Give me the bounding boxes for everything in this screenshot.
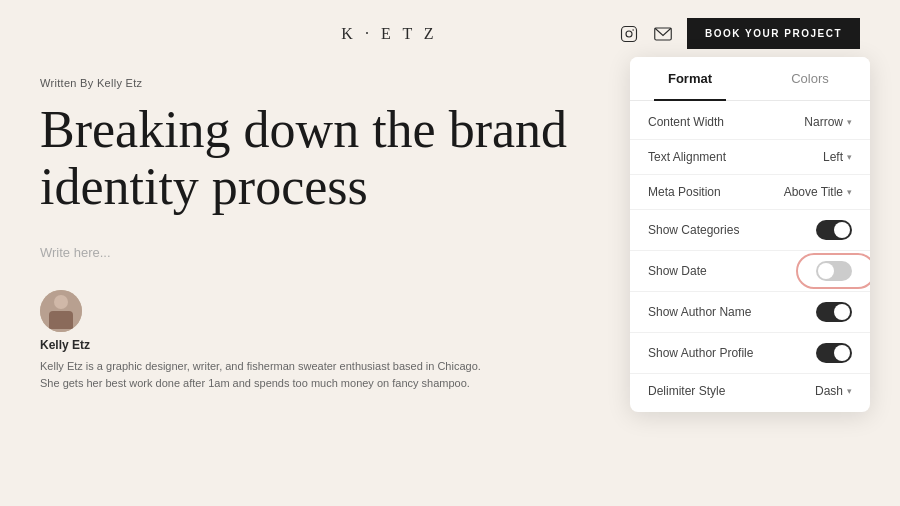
figure-body: [49, 311, 73, 329]
show-author-profile-label: Show Author Profile: [648, 346, 753, 360]
show-author-name-toggle[interactable]: [816, 302, 852, 322]
panel-tabs: Format Colors: [630, 57, 870, 101]
tab-colors[interactable]: Colors: [750, 57, 870, 100]
figure-head: [54, 295, 68, 309]
content-width-chevron: ▾: [847, 117, 852, 127]
svg-rect-0: [621, 26, 636, 41]
meta-position-value[interactable]: Above Title ▾: [784, 185, 852, 199]
text-alignment-value[interactable]: Left ▾: [823, 150, 852, 164]
text-alignment-chevron: ▾: [847, 152, 852, 162]
show-date-toggle[interactable]: [816, 261, 852, 281]
logo: K · E T Z: [341, 25, 437, 43]
delimiter-style-row: Delimiter Style Dash ▾: [630, 374, 870, 408]
content-width-row: Content Width Narrow ▾: [630, 105, 870, 140]
book-project-button[interactable]: BOOK YOUR PROJECT: [687, 18, 860, 49]
meta-position-label: Meta Position: [648, 185, 721, 199]
show-author-profile-knob: [834, 345, 850, 361]
mail-icon[interactable]: [653, 24, 673, 44]
text-alignment-label: Text Alignment: [648, 150, 726, 164]
show-categories-row: Show Categories: [630, 210, 870, 251]
show-author-profile-toggle[interactable]: [816, 343, 852, 363]
panel-body: Content Width Narrow ▾ Text Alignment Le…: [630, 101, 870, 412]
main-content: Written By Kelly Etz Breaking down the b…: [0, 67, 900, 391]
author-bio: Kelly Etz is a graphic designer, writer,…: [40, 358, 500, 391]
instagram-icon[interactable]: [619, 24, 639, 44]
show-author-name-label: Show Author Name: [648, 305, 751, 319]
svg-point-2: [632, 29, 634, 31]
show-categories-knob: [834, 222, 850, 238]
meta-position-chevron: ▾: [847, 187, 852, 197]
format-panel: Format Colors Content Width Narrow ▾ Tex…: [630, 57, 870, 412]
content-width-text: Narrow: [804, 115, 843, 129]
author-avatar: [40, 290, 82, 332]
text-alignment-row: Text Alignment Left ▾: [630, 140, 870, 175]
delimiter-style-text: Dash: [815, 384, 843, 398]
delimiter-style-label: Delimiter Style: [648, 384, 725, 398]
show-categories-toggle[interactable]: [816, 220, 852, 240]
show-date-label: Show Date: [648, 264, 707, 278]
meta-position-text: Above Title: [784, 185, 843, 199]
header-icons: BOOK YOUR PROJECT: [619, 18, 860, 49]
show-author-name-row: Show Author Name: [630, 292, 870, 333]
show-date-row: Show Date: [630, 251, 870, 292]
article-title: Breaking down the brand identity process: [40, 101, 590, 215]
tab-format[interactable]: Format: [630, 57, 750, 100]
svg-point-1: [626, 31, 632, 37]
show-categories-label: Show Categories: [648, 223, 739, 237]
delimiter-style-value[interactable]: Dash ▾: [815, 384, 852, 398]
delimiter-style-chevron: ▾: [847, 386, 852, 396]
show-author-name-knob: [834, 304, 850, 320]
author-figure: [40, 290, 82, 332]
meta-position-row: Meta Position Above Title ▾: [630, 175, 870, 210]
show-author-profile-row: Show Author Profile: [630, 333, 870, 374]
text-alignment-text: Left: [823, 150, 843, 164]
content-width-label: Content Width: [648, 115, 724, 129]
content-width-value[interactable]: Narrow ▾: [804, 115, 852, 129]
show-date-knob: [818, 263, 834, 279]
